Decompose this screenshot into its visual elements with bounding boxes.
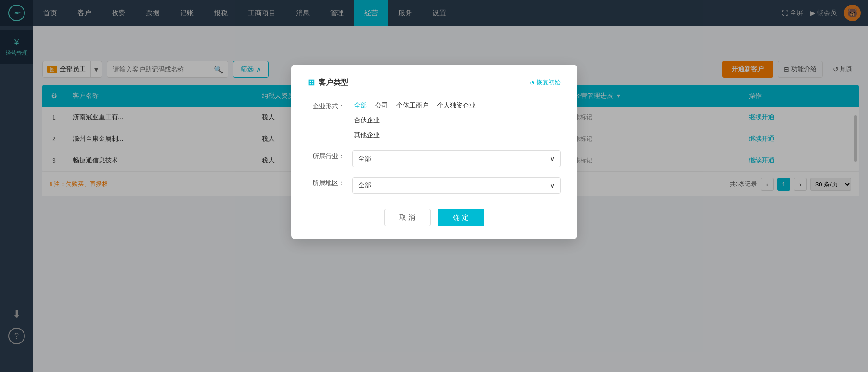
reset-label: 恢复初始: [537, 78, 561, 87]
enterprise-label: 企业形式：: [308, 101, 345, 111]
region-label: 所属地区：: [308, 177, 345, 187]
modal-title-icon: ⊞: [308, 78, 315, 88]
modal-reset-button[interactable]: ↺ 恢复初始: [530, 78, 561, 87]
modal-footer: 取 消 确 定: [308, 209, 561, 226]
region-value: 全部: [358, 181, 371, 190]
option-other[interactable]: 其他企业: [352, 130, 382, 140]
modal-title-text: 客户类型: [319, 78, 348, 88]
cancel-button[interactable]: 取 消: [384, 209, 431, 226]
option-partner[interactable]: 合伙企业: [352, 115, 561, 126]
industry-select[interactable]: 全部 ∨: [352, 150, 561, 167]
enterprise-options: 全部 公司 个体工商户 个人独资企业 合伙企业 其他企业: [352, 101, 561, 140]
modal-overlay: ⊞ 客户类型 ↺ 恢复初始 企业形式： 全部 公司 个体工商户 个人独资企业 合…: [0, 0, 868, 372]
industry-label: 所属行业：: [308, 150, 345, 161]
confirm-button[interactable]: 确 定: [438, 209, 484, 226]
region-dropdown-icon: ∨: [550, 182, 555, 189]
industry-row: 所属行业： 全部 ∨: [308, 150, 561, 167]
region-row: 所属地区： 全部 ∨: [308, 177, 561, 194]
reset-icon: ↺: [530, 79, 535, 86]
enterprise-form-row: 企业形式： 全部 公司 个体工商户 个人独资企业 合伙企业 其他企业: [308, 101, 561, 140]
modal-header: ⊞ 客户类型 ↺ 恢复初始: [308, 78, 561, 88]
option-company[interactable]: 公司: [373, 101, 390, 111]
industry-dropdown-icon: ∨: [550, 155, 555, 162]
region-select-wrap: 全部 ∨: [352, 177, 561, 194]
option-sole[interactable]: 个人独资企业: [435, 101, 478, 111]
industry-value: 全部: [358, 155, 371, 163]
region-select[interactable]: 全部 ∨: [352, 177, 561, 194]
filter-modal: ⊞ 客户类型 ↺ 恢复初始 企业形式： 全部 公司 个体工商户 个人独资企业 合…: [291, 65, 577, 239]
option-all[interactable]: 全部: [352, 101, 369, 111]
option-individual[interactable]: 个体工商户: [395, 101, 431, 111]
modal-title: ⊞ 客户类型: [308, 78, 348, 88]
industry-select-wrap: 全部 ∨: [352, 150, 561, 167]
